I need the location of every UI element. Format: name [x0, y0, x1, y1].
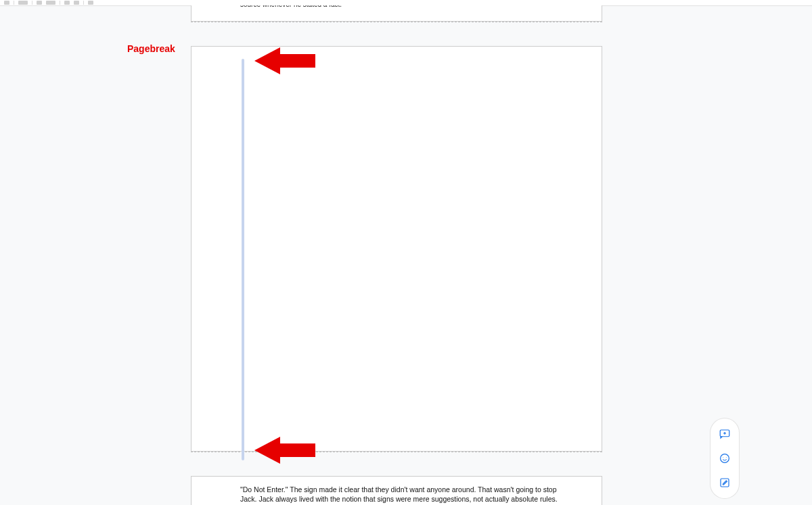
body-text[interactable]: "Do Not Enter." The sign made it clear t… [191, 477, 602, 505]
floating-action-rail [710, 418, 739, 498]
toolbar-glyph [4, 1, 9, 5]
comment-plus-icon [719, 428, 731, 440]
svg-point-2 [723, 457, 723, 458]
emoji-icon [719, 452, 731, 464]
page-gap [191, 452, 602, 476]
toolbar-glyph [64, 1, 70, 5]
body-text-fragment: source whenever he stated a fact. [240, 5, 342, 8]
toolbar-glyph [37, 1, 42, 5]
arrow-head-icon [254, 47, 280, 74]
toolbar-divider [14, 1, 14, 5]
page-blank-inserted[interactable] [191, 46, 602, 452]
page-gap [191, 22, 602, 46]
toolbar-glyph [88, 1, 93, 5]
document-canvas: source whenever he stated a fact. "Do No… [0, 5, 812, 505]
page-next[interactable]: "Do Not Enter." The sign made it clear t… [191, 476, 602, 505]
toolbar-glyph [74, 1, 79, 5]
page-break-rule [191, 22, 602, 22]
toolbar-divider [83, 1, 84, 5]
pagebreak-marker-bar [242, 59, 244, 460]
suggest-edits-button[interactable] [713, 471, 736, 494]
document-column: source whenever he stated a fact. "Do No… [191, 5, 602, 505]
annotation-pagebreak-label: Pagebreak [127, 43, 175, 54]
toolbar-glyph [18, 1, 28, 5]
svg-point-3 [726, 457, 727, 458]
add-emoji-button[interactable] [713, 447, 736, 470]
suggest-edit-icon [719, 477, 731, 489]
add-comment-button[interactable] [713, 423, 736, 446]
toolbar-divider [32, 1, 32, 5]
svg-point-1 [721, 454, 729, 463]
toolbar-glyph [46, 1, 55, 5]
annotation-arrow-top [254, 47, 315, 74]
arrow-shaft [280, 54, 315, 68]
toolbar-divider [60, 1, 60, 5]
arrow-shaft [280, 443, 315, 457]
annotation-arrow-bottom [254, 437, 315, 464]
page-break-rule [191, 452, 602, 452]
arrow-head-icon [254, 437, 280, 464]
page-previous[interactable]: source whenever he stated a fact. [191, 5, 602, 22]
